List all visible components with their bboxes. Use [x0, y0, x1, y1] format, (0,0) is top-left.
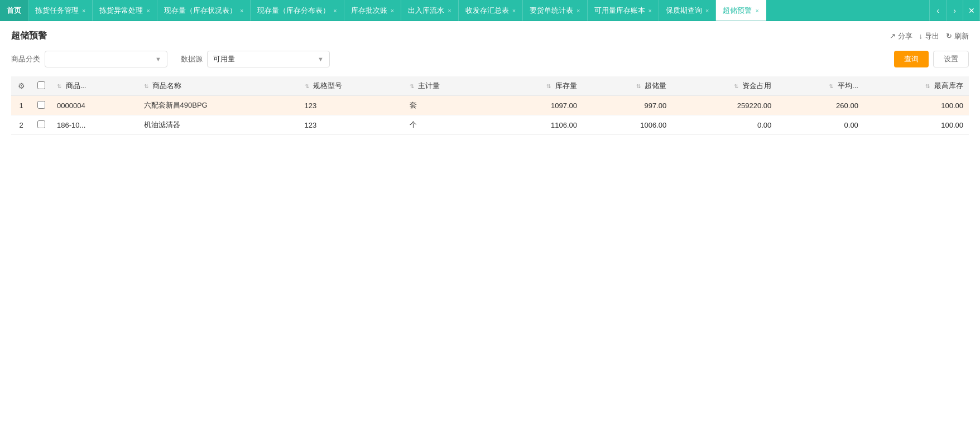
- table-row: 1 0000004 六配套新昌490BPG 123 套 1097.00 997.…: [11, 96, 969, 115]
- row-max-stock-1: 100.00: [864, 115, 969, 135]
- page-content: 超储预警 ↗ 分享 ↓ 导出 ↻ 刷新 商品分类 ▼ 数据源: [0, 21, 980, 446]
- row-num-0: 1: [11, 96, 31, 115]
- row-checkbox-0: [31, 96, 51, 115]
- close-quality-period[interactable]: ×: [705, 7, 709, 14]
- data-table: ⚙ ⇅ 商品... ⇅ 商品名称 ⇅ 规格型号: [11, 76, 969, 135]
- column-product-name[interactable]: ⇅ 商品名称: [138, 76, 299, 96]
- row-avg-0: 260.00: [777, 96, 864, 115]
- row-capital-1: 0.00: [672, 115, 777, 135]
- filter-actions: 查询 设置: [894, 51, 969, 67]
- refresh-action[interactable]: ↻ 刷新: [946, 31, 969, 41]
- row-overstock-1: 1006.00: [583, 115, 672, 135]
- row-unit-0: 套: [404, 96, 493, 115]
- sort-overstock-icon: ⇅: [636, 83, 641, 89]
- page-actions: ↗ 分享 ↓ 导出 ↻ 刷新: [890, 31, 969, 41]
- share-icon: ↗: [890, 32, 896, 40]
- row-inventory-1: 1106.00: [493, 115, 583, 135]
- close-receive-summary[interactable]: ×: [512, 7, 516, 14]
- row-overstock-0: 997.00: [583, 96, 672, 115]
- row-spec-0: 123: [299, 96, 404, 115]
- datasource-label: 数据源: [181, 54, 203, 64]
- settings-button[interactable]: 设置: [933, 51, 969, 67]
- row-inventory-0: 1097.00: [493, 96, 583, 115]
- column-capital[interactable]: ⇅ 资金占用: [672, 76, 777, 96]
- row-product-code-1: 186-10...: [51, 115, 138, 135]
- close-order-stats[interactable]: ×: [577, 7, 580, 14]
- nav-arrows: ‹ › ✕: [929, 0, 980, 21]
- nav-inout-flow[interactable]: 出入库流水 ×: [401, 0, 458, 21]
- datasource-select-text: 可用量: [213, 54, 318, 64]
- sort-max-stock-icon: ⇅: [925, 83, 930, 89]
- column-checkbox: [31, 76, 51, 96]
- row-select-0[interactable]: [37, 101, 45, 109]
- row-num-1: 2: [11, 115, 31, 135]
- column-inventory[interactable]: ⇅ 库存量: [493, 76, 583, 96]
- column-config[interactable]: ⚙: [11, 76, 31, 96]
- row-capital-0: 259220.00: [672, 96, 777, 115]
- column-max-stock[interactable]: ⇅ 最高库存: [864, 76, 969, 96]
- column-avg[interactable]: ⇅ 平均...: [777, 76, 864, 96]
- page-header: 超储预警 ↗ 分享 ↓ 导出 ↻ 刷新: [11, 30, 969, 42]
- table-row: 2 186-10... 机油滤清器 123 个 1106.00 1006.00 …: [11, 115, 969, 135]
- sort-avg-icon: ⇅: [829, 83, 833, 89]
- row-avg-1: 0.00: [777, 115, 864, 135]
- top-navigation: 首页 拣货任务管理 × 拣货异常处理 × 现存量（库存状况表） × 现存量（库存…: [0, 0, 980, 21]
- close-overstock-warning[interactable]: ×: [755, 7, 758, 14]
- row-unit-1: 个: [404, 115, 493, 135]
- table-body: 1 0000004 六配套新昌490BPG 123 套 1097.00 997.…: [11, 96, 969, 135]
- sort-spec-icon: ⇅: [305, 83, 309, 89]
- close-inventory-batch[interactable]: ×: [391, 7, 394, 14]
- nav-arrow-close[interactable]: ✕: [963, 0, 980, 21]
- nav-inventory-status[interactable]: 现存量（库存状况表） ×: [157, 0, 251, 21]
- datasource-dropdown-icon: ▼: [318, 56, 324, 62]
- sort-capital-icon: ⇅: [734, 83, 738, 89]
- row-product-code-0: 0000004: [51, 96, 138, 115]
- column-product-code[interactable]: ⇅ 商品...: [51, 76, 138, 96]
- category-dropdown-icon: ▼: [155, 56, 161, 62]
- close-picking-task[interactable]: ×: [82, 7, 85, 14]
- row-product-name-0: 六配套新昌490BPG: [138, 96, 299, 115]
- nav-picking-task[interactable]: 拣货任务管理 ×: [28, 0, 93, 21]
- nav-picking-exception[interactable]: 拣货异常处理 ×: [93, 0, 157, 21]
- close-available-inventory[interactable]: ×: [648, 7, 652, 14]
- datasource-select[interactable]: 可用量 ▼: [207, 51, 330, 67]
- row-spec-1: 123: [299, 115, 404, 135]
- nav-inventory-dist[interactable]: 现存量（库存分布表） ×: [251, 0, 344, 21]
- row-select-1[interactable]: [37, 120, 45, 128]
- nav-overstock-warning[interactable]: 超储预警 ×: [716, 0, 766, 21]
- row-product-name-1: 机油滤清器: [138, 115, 299, 135]
- nav-inventory-batch[interactable]: 库存批次账 ×: [344, 0, 401, 21]
- category-select[interactable]: ▼: [45, 51, 167, 67]
- column-spec[interactable]: ⇅ 规格型号: [299, 76, 404, 96]
- category-filter-group: 商品分类 ▼: [11, 51, 167, 67]
- nav-arrow-left[interactable]: ‹: [930, 0, 947, 21]
- table-container: ⚙ ⇅ 商品... ⇅ 商品名称 ⇅ 规格型号: [11, 76, 969, 135]
- nav-available-inventory[interactable]: 可用量库存账本 ×: [588, 0, 659, 21]
- sort-product-name-icon: ⇅: [144, 83, 148, 89]
- filter-row: 商品分类 ▼ 数据源 可用量 ▼ 查询 设置: [11, 51, 969, 67]
- nav-order-stats[interactable]: 要货单统计表 ×: [523, 0, 587, 21]
- export-action[interactable]: ↓ 导出: [919, 31, 940, 41]
- nav-receive-summary[interactable]: 收发存汇总表 ×: [459, 0, 523, 21]
- nav-arrow-right[interactable]: ›: [947, 0, 963, 21]
- sort-inventory-icon: ⇅: [546, 83, 551, 89]
- close-inout-flow[interactable]: ×: [448, 7, 451, 14]
- select-all-checkbox[interactable]: [37, 81, 45, 89]
- refresh-icon: ↻: [946, 32, 952, 40]
- nav-home[interactable]: 首页: [0, 0, 28, 21]
- row-max-stock-0: 100.00: [864, 96, 969, 115]
- config-icon[interactable]: ⚙: [18, 81, 25, 90]
- close-inventory-dist[interactable]: ×: [333, 7, 337, 14]
- close-picking-exception[interactable]: ×: [146, 7, 150, 14]
- sort-unit-icon: ⇅: [410, 83, 414, 89]
- share-action[interactable]: ↗ 分享: [890, 31, 912, 41]
- column-overstock[interactable]: ⇅ 超储量: [583, 76, 672, 96]
- category-label: 商品分类: [11, 54, 40, 64]
- column-unit[interactable]: ⇅ 主计量: [404, 76, 493, 96]
- table-header-row: ⚙ ⇅ 商品... ⇅ 商品名称 ⇅ 规格型号: [11, 76, 969, 96]
- query-button[interactable]: 查询: [894, 51, 929, 67]
- export-icon: ↓: [919, 32, 923, 40]
- nav-quality-period[interactable]: 保质期查询 ×: [659, 0, 716, 21]
- page-title: 超储预警: [11, 30, 47, 42]
- close-inventory-status[interactable]: ×: [240, 7, 243, 14]
